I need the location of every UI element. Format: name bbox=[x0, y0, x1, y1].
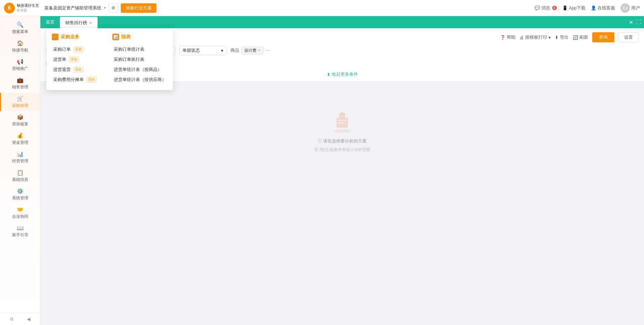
operations-icon: 📊 bbox=[17, 151, 24, 157]
menu-item-goods-receipt[interactable]: 进货单 历史 bbox=[52, 54, 99, 65]
header-mid: 装备及固定资产辅助管理系统 ▾ ⚙ 体验行业方案 bbox=[44, 3, 535, 13]
sidebar-item-enterprise[interactable]: 🤝 企业协同 bbox=[0, 204, 40, 222]
menu-section-purchase: 🛒 采购业务 采购订单 历史 进货单 历史 进货退货 历史 采购费用分摊单 历史 bbox=[52, 34, 99, 85]
sidebar-item-basic[interactable]: 📋 基础信息 bbox=[0, 167, 40, 185]
tab-maximize-icon[interactable]: ⛶ bbox=[636, 19, 641, 25]
menu-item-purchase-order-exec[interactable]: 采购订单执行表 bbox=[112, 54, 168, 65]
tab-bar-right: ✕ ⛶ bbox=[629, 19, 644, 26]
message-button[interactable]: 💬 消息 6 bbox=[535, 5, 557, 11]
logo-icon: 6 bbox=[4, 3, 15, 13]
purchase-icon: 🛒 bbox=[17, 95, 24, 102]
menu-item-purchase-order[interactable]: 采购订单 历史 bbox=[52, 44, 99, 54]
user-menu[interactable]: Ea 用户 bbox=[620, 3, 640, 13]
history-badge-1: 历史 bbox=[73, 46, 83, 52]
tab-bar: 首页 销售排行榜 ✕ ✕ ⛶ bbox=[40, 16, 644, 28]
purchase-section-icon: 🛒 bbox=[52, 34, 59, 40]
sidebar-item-finance[interactable]: 💰 资金管理 bbox=[0, 130, 40, 148]
sidebar-item-guide[interactable]: 📖 新手引导 bbox=[0, 222, 40, 241]
avatar: Ea bbox=[620, 3, 630, 13]
menu-item-goods-return[interactable]: 进货退货 历史 bbox=[52, 65, 99, 75]
system-icon: ⚙️ bbox=[17, 188, 24, 194]
collapse-sidebar-icon[interactable]: ◀ bbox=[27, 317, 30, 322]
app-download-button[interactable]: 📱 App下载 bbox=[562, 5, 585, 11]
sidebar-item-sales[interactable]: 💼 销售管理 bbox=[0, 74, 40, 93]
menu-item-receipt-stats-goods[interactable]: 进货单统计表（按商品） bbox=[112, 65, 168, 75]
tab-close-icon[interactable]: ✕ bbox=[89, 21, 92, 25]
purchase-section-title: 🛒 采购业务 bbox=[52, 34, 99, 40]
search-icon: 🔍 bbox=[17, 22, 24, 28]
tab-minimize-icon[interactable]: ✕ bbox=[629, 19, 633, 26]
history-badge-3: 历史 bbox=[73, 67, 83, 73]
system-title: 装备及固定资产辅助管理系统 bbox=[44, 5, 101, 11]
sidebar: 🔍 搜索菜单 🏠 快捷导航 📢 营销推广 💼 销售管理 🛒 采购管理 📦 库存核… bbox=[0, 16, 40, 325]
marketing-icon: 📢 bbox=[17, 58, 24, 65]
enterprise-icon: 🤝 bbox=[17, 206, 24, 213]
sidebar-item-nav[interactable]: 🏠 快捷导航 bbox=[0, 37, 40, 56]
top-header: 6 畅捷通好生意 标准版 装备及固定资产辅助管理系统 ▾ ⚙ 体验行业方案 💬 … bbox=[0, 0, 644, 16]
sidebar-bottom: ⚙ ◀ bbox=[0, 313, 40, 325]
sidebar-item-operations[interactable]: 📊 经营管理 bbox=[0, 148, 40, 167]
logo-text: 畅捷通好生意 标准版 bbox=[17, 3, 39, 12]
logo-area: 6 畅捷通好生意 标准版 bbox=[4, 3, 44, 13]
sidebar-item-search[interactable]: 🔍 搜索菜单 bbox=[0, 19, 40, 37]
history-badge-4: 历史 bbox=[86, 77, 97, 83]
guide-icon: 📖 bbox=[17, 225, 24, 231]
dropdown-arrow-icon[interactable]: ▾ bbox=[104, 6, 106, 10]
report-section-icon: 📊 bbox=[112, 34, 119, 40]
settings-bottom-icon[interactable]: ⚙ bbox=[10, 317, 14, 322]
dropdown-overlay[interactable]: 🛒 采购业务 采购订单 历史 进货单 历史 进货退货 历史 采购费用分摊单 历史 bbox=[40, 28, 644, 325]
message-badge: 6 bbox=[552, 6, 557, 10]
sidebar-item-marketing[interactable]: 📢 营销推广 bbox=[0, 56, 40, 74]
phone-icon: 📱 bbox=[562, 5, 568, 10]
settings-icon[interactable]: ⚙ bbox=[109, 3, 118, 13]
menu-item-purchase-order-stats[interactable]: 采购订单统计表 bbox=[112, 44, 168, 54]
finance-icon: 💰 bbox=[17, 132, 24, 139]
home-icon: 🏠 bbox=[17, 40, 24, 46]
sidebar-item-system[interactable]: ⚙️ 系统管理 bbox=[0, 185, 40, 204]
sales-icon: 💼 bbox=[17, 77, 24, 83]
header-right: 💬 消息 6 📱 App下载 👤 在线客服 Ea 用户 bbox=[535, 3, 640, 13]
history-badge-2: 历史 bbox=[69, 56, 79, 63]
sidebar-item-inventory[interactable]: 📦 库存核算 bbox=[0, 111, 40, 130]
menu-section-report: 📊 报表 采购订单统计表 采购订单执行表 进货单统计表（按商品） 进货单统计表（… bbox=[112, 34, 168, 85]
message-icon: 💬 bbox=[535, 5, 540, 10]
service-icon: 👤 bbox=[591, 5, 596, 10]
menu-item-receipt-stats-supplier[interactable]: 进货单统计表（按供应商） bbox=[112, 75, 168, 85]
sidebar-item-purchase[interactable]: 🛒 采购管理 bbox=[0, 93, 40, 111]
industry-button[interactable]: 体验行业方案 bbox=[121, 3, 156, 13]
report-section-title: 📊 报表 bbox=[112, 34, 168, 40]
inventory-icon: 📦 bbox=[17, 114, 24, 120]
basic-icon: 📋 bbox=[17, 169, 24, 176]
tab-sales-ranking[interactable]: 销售排行榜 ✕ bbox=[60, 17, 98, 29]
dropdown-menu: 🛒 采购业务 采购订单 历史 进货单 历史 进货退货 历史 采购费用分摊单 历史 bbox=[46, 28, 173, 90]
tab-home[interactable]: 首页 bbox=[40, 16, 60, 28]
online-service-button[interactable]: 👤 在线客服 bbox=[591, 5, 615, 11]
menu-item-purchase-expense[interactable]: 采购费用分摊单 历史 bbox=[52, 75, 99, 85]
